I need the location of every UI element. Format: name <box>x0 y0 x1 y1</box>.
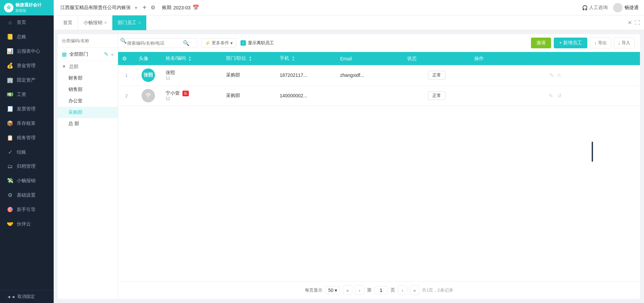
assets-icon: 🏢 <box>7 77 13 83</box>
dept-node-finance[interactable]: 财务部 <box>58 72 118 84</box>
sidebar-label-funds: 资金管理 <box>17 63 36 69</box>
sidebar-label-home: 首页 <box>17 19 26 26</box>
th-settings[interactable]: ⚙ <box>118 52 135 65</box>
di-label: 第 <box>367 287 372 293</box>
dept-zongbu-label: 总部 <box>69 64 78 69</box>
sidebar-label-tax: 税务管理 <box>17 135 36 141</box>
show-resigned-area[interactable]: ✓ 显示离职员工 <box>240 40 274 46</box>
logo-sub-text: 旗舰版 <box>15 8 42 13</box>
emp-search-input[interactable] <box>127 41 181 46</box>
more-filter-button[interactable]: ⚡ 更多条件 ▾ <box>201 38 236 48</box>
dropdown-arrow-icon[interactable]: ▾ <box>135 5 137 10</box>
account-period: 账期 2023-03 📅 <box>162 4 199 11</box>
sidebar-item-ledger[interactable]: 📒 总账 <box>0 30 54 44</box>
sidebar-item-inventory[interactable]: 📦 库存核算 <box>0 116 54 131</box>
sidebar-item-expense[interactable]: 💸 小畅报销 <box>0 173 54 188</box>
dept-parent-zongbu[interactable]: ▼ 总部 <box>58 61 118 72</box>
sidebar-item-assets[interactable]: 🏢 固定资产 <box>0 73 54 87</box>
row2-edit-icon[interactable]: ✎ <box>549 93 553 99</box>
row2-phone: 140000002... <box>280 93 307 98</box>
tab-dept-emp[interactable]: 部门员工 × <box>112 15 147 30</box>
sidebar-item-payroll[interactable]: 💵 工资 <box>0 87 54 102</box>
sidebar-item-funds[interactable]: 💰 资金管理 <box>0 58 54 73</box>
add-account-icon[interactable]: + <box>143 4 147 11</box>
tab-expense[interactable]: 小畅报销 × <box>78 15 112 30</box>
dept-search-input[interactable] <box>62 38 118 43</box>
archive-icon: 🗂 <box>7 163 13 169</box>
pagination-bar: 每页显示 50 ▾ « ‹ 第 页 › <box>118 281 640 299</box>
sidebar-item-partner[interactable]: 🤝 伙伴云 <box>0 217 54 231</box>
table-row: 2 宁 宁小壹 应 <box>118 86 640 106</box>
phone-sort-icon[interactable]: ▲▼ <box>292 56 295 62</box>
service-button[interactable]: 🎧 人工咨询 <box>582 5 608 11</box>
sidebar-label-guide: 新手引导 <box>17 207 36 213</box>
next-page-button[interactable]: › <box>398 286 407 295</box>
dept-node-general[interactable]: 总 部 <box>58 118 118 130</box>
invite-button[interactable]: 邀请 <box>531 38 551 48</box>
tab-home[interactable]: 首页 <box>58 15 78 30</box>
th-dept[interactable]: 部门/职位 ▲▼ <box>222 52 276 65</box>
row1-avatar-circle: 张熙 <box>142 68 155 82</box>
calendar-icon[interactable]: 📅 <box>193 4 199 11</box>
sidebar-label-reports: 云报表中心 <box>17 48 40 54</box>
dept-node-purchase[interactable]: 采购部 <box>58 107 118 118</box>
page-number-input[interactable] <box>374 286 388 294</box>
first-page-button[interactable]: « <box>343 286 352 295</box>
row2-status-cell: 正常 <box>403 86 470 106</box>
prev-page-button[interactable]: ‹ <box>355 286 364 295</box>
dept-sidebar: 🔍 ▦ 全部部门 ✎ « ▼ 总部 财务部 <box>58 34 118 299</box>
sidebar-item-tax[interactable]: 📋 税务管理 <box>0 131 54 145</box>
dept-node-office[interactable]: 办公室 <box>58 95 118 107</box>
row1-phone-cell: 187202117... <box>276 65 336 86</box>
row1-edit-icon[interactable]: ✎ <box>549 72 554 79</box>
row2-avatar-circle: 宁 <box>142 89 155 102</box>
sidebar-item-guide[interactable]: 🎯 新手引导 <box>0 202 54 217</box>
table-header: ⚙ 头像 姓名/编码 ▲▼ 部门/职位 <box>118 52 640 65</box>
table-scroll-area: ⚙ 头像 姓名/编码 ▲▼ 部门/职位 <box>118 52 640 281</box>
user-area[interactable]: 畅捷通 <box>613 3 639 12</box>
dept-general-label: 总 部 <box>68 121 79 126</box>
row2-action-cell: ✎ ↺ <box>470 86 640 106</box>
tab-dept-emp-close-icon[interactable]: × <box>139 20 141 25</box>
tab-expense-close-icon[interactable]: × <box>104 20 107 25</box>
sidebar-item-settings[interactable]: ⚙ 基础设置 <box>0 188 54 202</box>
tab-expense-label: 小畅报销 <box>84 20 102 26</box>
th-phone[interactable]: 手机 ▲▼ <box>276 52 336 65</box>
dept-all-header[interactable]: ▦ 全部部门 ✎ « <box>58 48 118 61</box>
import-button[interactable]: ↓ 导入 <box>614 38 635 48</box>
row1-logout-icon[interactable]: ⎋ <box>558 72 561 78</box>
row1-name-cell: 张熙 11 <box>162 65 222 86</box>
dept-all-label: 全部部门 <box>69 51 101 57</box>
sidebar-item-invoice[interactable]: 🧾 发票管理 <box>0 102 54 116</box>
dept-sort-icon[interactable]: ▲▼ <box>249 56 252 62</box>
dept-tree: ▼ 总部 财务部 销售部 办公室 采购部 <box>58 61 118 299</box>
gear-icon[interactable]: ⚙ <box>122 56 127 61</box>
tab-expand-button[interactable]: ⛶ <box>635 19 640 26</box>
dept-collapse-icon[interactable]: « <box>111 52 114 57</box>
last-page-button[interactable]: » <box>410 286 419 295</box>
sidebar-item-close[interactable]: ✓ 结账 <box>0 145 54 159</box>
dept-edit-icon[interactable]: ✎ <box>104 51 108 57</box>
sidebar-label-archive: 归档管理 <box>17 163 36 169</box>
page-size-select[interactable]: 50 ▾ <box>325 286 340 294</box>
tabs-bar: 首页 小畅报销 × 部门员工 × ✕ ⛶ <box>54 15 644 30</box>
export-button[interactable]: ↑ 导出 <box>590 38 611 48</box>
page-total-label: 共1页，2条记录 <box>422 287 453 293</box>
sidebar-item-reports[interactable]: 📊 云报表中心 <box>0 44 54 58</box>
row2-num: 2 <box>118 86 135 106</box>
add-employee-button[interactable]: + 新增员工 <box>554 38 587 48</box>
sidebar-item-archive[interactable]: 🗂 归档管理 <box>0 159 54 173</box>
dept-search-area: 🔍 <box>58 34 118 48</box>
sidebar-item-home[interactable]: ⌂ 首页 <box>0 15 54 30</box>
row2-refresh-icon[interactable]: ↺ <box>557 93 561 99</box>
dept-node-sales[interactable]: 销售部 <box>58 84 118 95</box>
reports-icon: 📊 <box>7 48 13 54</box>
name-sort-icon[interactable]: ▲▼ <box>189 56 192 62</box>
th-name[interactable]: 姓名/编码 ▲▼ <box>162 52 222 65</box>
show-resigned-checkbox[interactable]: ✓ <box>240 40 246 46</box>
unpin-button[interactable]: ◄◄ 取消固定 <box>0 290 54 303</box>
settings-icon[interactable]: ⚙ <box>151 4 155 11</box>
tab-close-button[interactable]: ✕ <box>628 19 632 26</box>
row2-action-icons: ✎ ↺ <box>474 93 636 99</box>
emp-search-icon[interactable]: 🔍 <box>183 40 190 46</box>
